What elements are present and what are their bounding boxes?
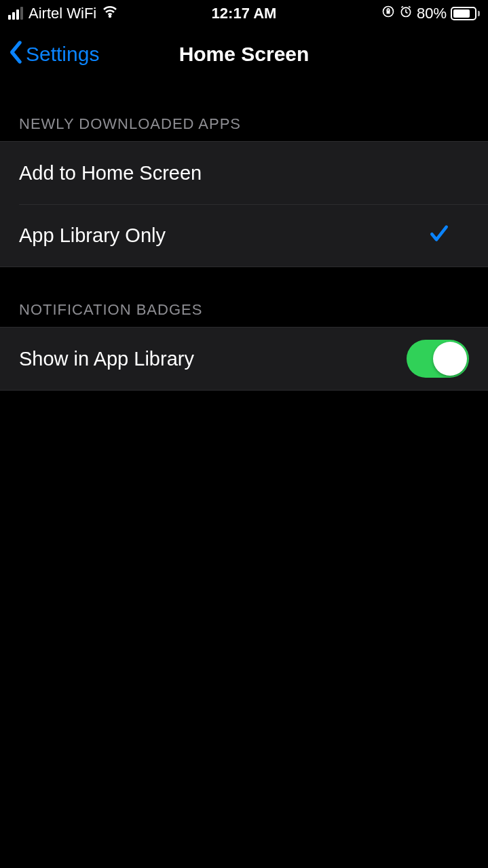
carrier-label: Airtel WiFi [29,5,96,22]
orientation-lock-icon [381,5,395,22]
toggle-show-in-app-library[interactable]: Show in App Library [0,328,488,390]
svg-rect-2 [387,11,389,13]
back-button[interactable]: Settings [8,40,99,69]
checkmark-icon [428,222,469,249]
status-right: 80% [381,5,480,22]
status-time: 12:17 AM [212,5,277,22]
svg-point-0 [109,16,111,17]
switch-on[interactable] [407,340,469,378]
cell-group-newly-downloaded: Add to Home Screen App Library Only [0,141,488,267]
section-header-notification-badges: NOTIFICATION BADGES [0,267,488,327]
chevron-left-icon [8,40,24,69]
back-label: Settings [26,43,99,66]
toggle-label: Show in App Library [19,348,194,370]
battery-icon [451,7,480,20]
content-area: NEWLY DOWNLOADED APPS Add to Home Screen… [0,81,488,391]
cell-signal-icon [8,7,23,20]
battery-percent: 80% [417,5,447,22]
option-label: App Library Only [19,224,166,247]
page-title: Home Screen [179,43,309,66]
switch-knob [433,342,467,376]
option-add-to-home-screen[interactable]: Add to Home Screen [0,142,488,204]
status-left: Airtel WiFi [8,3,118,24]
status-bar: Airtel WiFi 12:17 AM 80% [0,0,488,27]
alarm-icon [399,5,413,22]
option-app-library-only[interactable]: App Library Only [19,204,488,267]
option-label: Add to Home Screen [19,162,202,184]
navigation-bar: Settings Home Screen [0,27,488,81]
wifi-icon [102,3,118,24]
section-header-newly-downloaded: NEWLY DOWNLOADED APPS [0,81,488,141]
cell-group-notification-badges: Show in App Library [0,327,488,391]
